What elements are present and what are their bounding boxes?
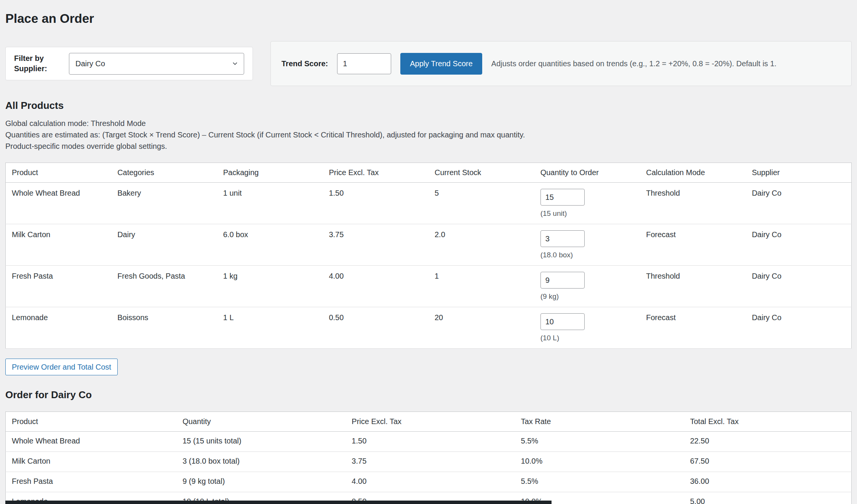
quantity-cell: 15 (15 units total)	[176, 432, 345, 452]
supplier-cell: Dairy Co	[746, 224, 852, 266]
column-header-packaging: Packaging	[217, 163, 323, 183]
packaging-cell: 1 unit	[217, 183, 323, 224]
filter-by-supplier-box: Filter by Supplier: Dairy Co	[5, 47, 253, 80]
packaging-cell: 1 L	[217, 307, 323, 349]
quantity-note: (15 unit)	[540, 209, 634, 218]
products-table: Product Categories Packaging Price Excl.…	[5, 163, 852, 349]
description-line: Quantities are estimated as: (Target Sto…	[5, 129, 852, 140]
calculation-mode-cell: Threshold	[640, 183, 746, 224]
price-cell: 1.50	[345, 432, 515, 452]
preview-order-button[interactable]: Preview Order and Total Cost	[5, 359, 118, 375]
total-cell: 22.50	[684, 432, 852, 452]
current-stock-cell: 1	[428, 266, 534, 307]
quantity-cell: (10 L)	[534, 307, 640, 349]
price-cell: 3.75	[323, 224, 428, 266]
total-cell: 5.00	[684, 492, 852, 504]
column-header-categories: Categories	[111, 163, 217, 183]
table-header-row: Product Categories Packaging Price Excl.…	[6, 163, 852, 183]
description-line: Global calculation mode: Threshold Mode	[5, 118, 852, 129]
column-header-product: Product	[6, 412, 177, 432]
table-row: Milk Carton 3 (18.0 box total) 3.75 10.0…	[6, 452, 852, 472]
quantity-input[interactable]	[540, 189, 585, 206]
partial-dark-element	[5, 501, 552, 504]
supplier-select-wrap: Dairy Co	[69, 53, 244, 75]
table-row: Lemonade Boissons 1 L 0.50 20 (10 L) For…	[6, 307, 852, 349]
product-cell: Milk Carton	[6, 224, 112, 266]
product-cell: Whole Wheat Bread	[6, 183, 112, 224]
product-cell: Lemonade	[6, 307, 112, 349]
quantity-note: (9 kg)	[540, 292, 634, 301]
column-header-total: Total Excl. Tax	[684, 412, 852, 432]
tax-rate-cell: 5.5%	[515, 432, 684, 452]
apply-trend-score-button[interactable]: Apply Trend Score	[400, 53, 482, 75]
categories-cell: Boissons	[111, 307, 217, 349]
column-header-calculation-mode: Calculation Mode	[640, 163, 746, 183]
quantity-cell: 9 (9 kg total)	[176, 472, 345, 492]
packaging-cell: 1 kg	[217, 266, 323, 307]
table-row: Whole Wheat Bread 15 (15 units total) 1.…	[6, 432, 852, 452]
quantity-input[interactable]	[540, 313, 585, 330]
supplier-cell: Dairy Co	[746, 307, 852, 349]
table-row: Fresh Pasta 9 (9 kg total) 4.00 5.5% 36.…	[6, 472, 852, 492]
product-cell: Milk Carton	[6, 452, 177, 472]
current-stock-cell: 5	[428, 183, 534, 224]
quantity-note: (18.0 box)	[540, 251, 634, 259]
trend-score-label: Trend Score:	[281, 59, 328, 68]
column-header-quantity-to-order: Quantity to Order	[534, 163, 640, 183]
tax-rate-cell: 10.0%	[515, 452, 684, 472]
quantity-note: (10 L)	[540, 334, 634, 342]
all-products-heading: All Products	[5, 100, 852, 112]
quantity-cell: (15 unit)	[534, 183, 640, 224]
product-cell: Fresh Pasta	[6, 266, 112, 307]
quantity-cell: 3 (18.0 box total)	[176, 452, 345, 472]
supplier-cell: Dairy Co	[746, 266, 852, 307]
price-cell: 3.75	[345, 452, 515, 472]
total-cell: 67.50	[684, 452, 852, 472]
column-header-product: Product	[6, 163, 112, 183]
price-cell: 4.00	[345, 472, 515, 492]
product-cell: Whole Wheat Bread	[6, 432, 177, 452]
column-header-supplier: Supplier	[746, 163, 852, 183]
table-row: Fresh Pasta Fresh Goods, Pasta 1 kg 4.00…	[6, 266, 852, 307]
price-cell: 1.50	[323, 183, 428, 224]
trend-score-box: Trend Score: Apply Trend Score Adjusts o…	[270, 41, 852, 86]
trend-score-input[interactable]	[337, 53, 391, 74]
table-row: Milk Carton Dairy 6.0 box 3.75 2.0 (18.0…	[6, 224, 852, 266]
price-cell: 0.50	[323, 307, 428, 349]
table-row: Whole Wheat Bread Bakery 1 unit 1.50 5 (…	[6, 183, 852, 224]
calculation-description: Global calculation mode: Threshold Mode …	[5, 118, 852, 152]
quantity-input[interactable]	[540, 272, 585, 289]
calculation-mode-cell: Threshold	[640, 266, 746, 307]
filter-by-supplier-label: Filter by Supplier:	[14, 53, 59, 74]
calculation-mode-cell: Forecast	[640, 307, 746, 349]
quantity-cell: (18.0 box)	[534, 224, 640, 266]
packaging-cell: 6.0 box	[217, 224, 323, 266]
categories-cell: Bakery	[111, 183, 217, 224]
supplier-cell: Dairy Co	[746, 183, 852, 224]
order-summary-table: Product Quantity Price Excl. Tax Tax Rat…	[5, 411, 852, 504]
top-controls-row: Filter by Supplier: Dairy Co Trend Score…	[5, 41, 852, 86]
place-order-page: Place an Order Filter by Supplier: Dairy…	[0, 11, 857, 504]
product-cell: Fresh Pasta	[6, 472, 177, 492]
column-header-tax-rate: Tax Rate	[515, 412, 684, 432]
tax-rate-cell: 5.5%	[515, 472, 684, 492]
column-header-price: Price Excl. Tax	[345, 412, 515, 432]
page-title: Place an Order	[5, 11, 852, 26]
trend-score-help-text: Adjusts order quantities based on trends…	[491, 59, 777, 68]
order-for-supplier-heading: Order for Dairy Co	[5, 389, 852, 401]
table-header-row: Product Quantity Price Excl. Tax Tax Rat…	[6, 412, 852, 432]
supplier-select[interactable]: Dairy Co	[69, 53, 244, 75]
total-cell: 36.00	[684, 472, 852, 492]
quantity-input[interactable]	[540, 230, 585, 247]
categories-cell: Dairy	[111, 224, 217, 266]
column-header-current-stock: Current Stock	[428, 163, 534, 183]
description-line: Product-specific modes override global s…	[5, 140, 852, 152]
column-header-price: Price Excl. Tax	[323, 163, 428, 183]
current-stock-cell: 2.0	[428, 224, 534, 266]
column-header-quantity: Quantity	[176, 412, 345, 432]
calculation-mode-cell: Forecast	[640, 224, 746, 266]
quantity-cell: (9 kg)	[534, 266, 640, 307]
categories-cell: Fresh Goods, Pasta	[111, 266, 217, 307]
price-cell: 4.00	[323, 266, 428, 307]
current-stock-cell: 20	[428, 307, 534, 349]
